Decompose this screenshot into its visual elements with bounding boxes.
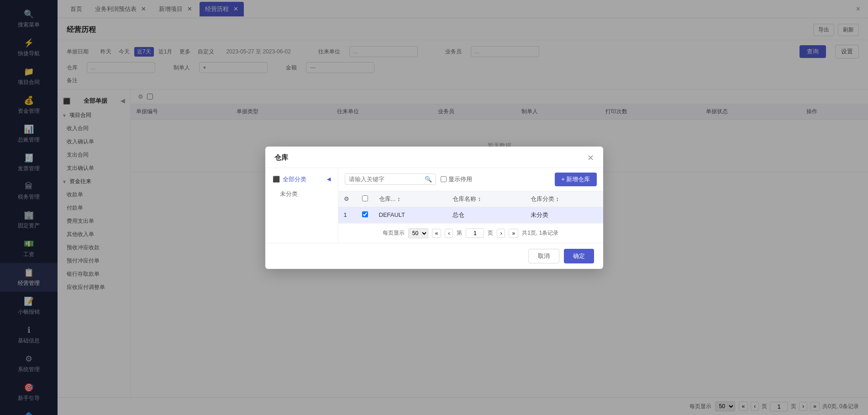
modal-title: 仓库 [274, 153, 288, 162]
modal-last-page-btn[interactable]: » [509, 229, 518, 238]
modal-header: 仓库 ✕ [265, 147, 603, 168]
modal-search-box[interactable]: 🔍 [345, 173, 436, 185]
modal-close-icon[interactable]: ✕ [587, 153, 594, 163]
modal-left-nav: ⬛ 全部分类 ◀ 未分类 [265, 168, 338, 243]
modal-search-input[interactable] [349, 176, 422, 183]
modal-first-page-btn[interactable]: « [432, 229, 442, 238]
modal-col-checkbox [357, 191, 374, 207]
search-icon: 🔍 [425, 176, 432, 183]
warehouse-code-cell: DEFAULT [374, 207, 447, 223]
modal-col-code: 仓库... ↕ [374, 191, 447, 207]
modal-nav-unclassified[interactable]: 未分类 [265, 187, 338, 201]
modal-select-all[interactable] [362, 195, 368, 201]
modal-col-name: 仓库名称 ↕ [447, 191, 525, 207]
add-warehouse-button[interactable]: + 新增仓库 [555, 173, 596, 186]
modal-overlay: 仓库 ✕ ⬛ 全部分类 ◀ 未分类 [0, 0, 868, 415]
modal-page-size-select[interactable]: 50 [408, 228, 428, 238]
grid-icon: ⬛ [273, 176, 280, 183]
modal-right-content: 🔍 显示停用 + 新增仓库 ⚙ [338, 168, 603, 243]
modal-confirm-button[interactable]: 确定 [564, 249, 594, 263]
modal-warehouse-table: ⚙ 仓库... ↕ 仓库名称 ↕ 仓库分类 ↕ [338, 191, 603, 223]
collapse-modal-nav-icon[interactable]: ◀ [327, 176, 331, 182]
modal-next-page-btn[interactable]: › [497, 229, 505, 238]
warehouse-category-cell: 未分类 [525, 207, 603, 223]
warehouse-modal: 仓库 ✕ ⬛ 全部分类 ◀ 未分类 [265, 147, 603, 269]
table-row[interactable]: 1 DEFAULT 总仓 未分类 [338, 207, 603, 223]
modal-page-input[interactable] [466, 228, 484, 238]
modal-table-wrap: ⚙ 仓库... ↕ 仓库名称 ↕ 仓库分类 ↕ [338, 191, 603, 223]
warehouse-name-cell: 总仓 [447, 207, 525, 223]
modal-actions: 取消 确定 [265, 243, 603, 269]
modal-pagination: 每页显示 50 « ‹ 第 页 › » 共1页, 1条记录 [338, 223, 603, 243]
modal-toolbar: 🔍 显示停用 + 新增仓库 [338, 168, 603, 191]
modal-body: ⬛ 全部分类 ◀ 未分类 🔍 [265, 168, 603, 243]
show-disabled-checkbox[interactable] [441, 176, 447, 182]
modal-col-category: 仓库分类 ↕ [525, 191, 603, 207]
modal-prev-page-btn[interactable]: ‹ [445, 229, 453, 238]
modal-cancel-button[interactable]: 取消 [528, 249, 559, 263]
row-checkbox-1[interactable] [362, 211, 368, 217]
modal-col-settings: ⚙ [338, 191, 357, 207]
modal-nav-all-categories[interactable]: ⬛ 全部分类 ◀ [265, 172, 338, 187]
show-disabled-checkbox-label: 显示停用 [441, 175, 472, 184]
